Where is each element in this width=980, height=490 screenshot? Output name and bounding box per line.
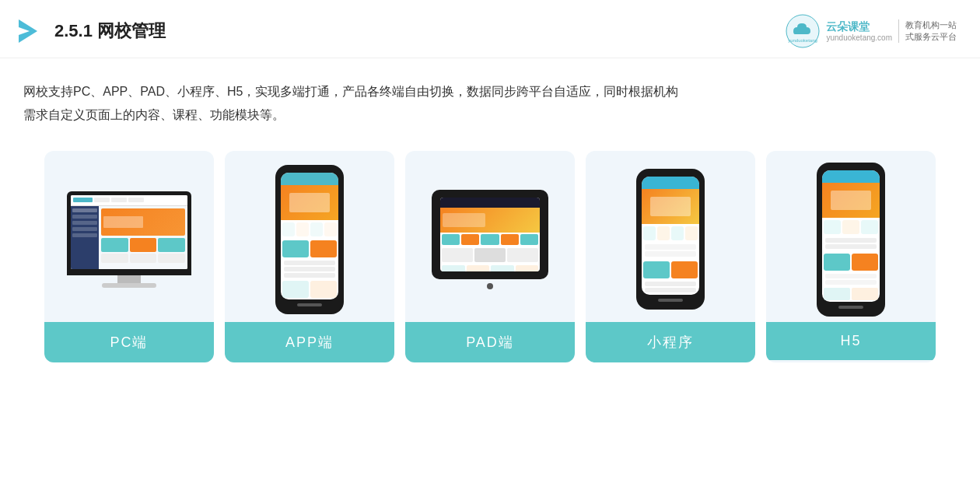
card-label-app: APP端 [225,322,394,362]
card-pad: PAD端 [405,151,575,362]
header: 2.5.1 网校管理 yunduoketang 云朵课堂 yunduoketan… [0,0,980,58]
card-image-pc [44,151,214,322]
svg-marker-0 [19,19,37,43]
brand-domain: yunduoketang.com [826,33,892,42]
brand-slogan: 教育机构一站 式服务云平台 [898,19,957,44]
page-title: 2.5.1 网校管理 [54,19,166,43]
h5-phone-outer [817,163,885,317]
card-image-app [225,151,394,322]
logo-arrow-icon [16,16,45,46]
app-phone-outer [275,165,344,314]
card-label-miniapp: 小程序 [586,322,755,362]
pc-screen-outer [67,191,191,275]
pad-tablet-screen [440,198,540,271]
card-app: APP端 [225,151,394,362]
pc-screen-inner [71,195,187,269]
page-container: 2.5.1 网校管理 yunduoketang 云朵课堂 yunduoketan… [0,0,980,490]
app-phone-screen [281,173,338,299]
card-image-pad [405,151,575,322]
pc-screen-content [71,195,187,269]
h5-phone-screen [822,170,880,302]
card-image-miniapp [586,151,755,322]
description: 网校支持PC、APP、PAD、小程序、H5，实现多端打通，产品各终端自由切换，数… [0,58,980,135]
svg-text:yunduoketang: yunduoketang [789,38,818,43]
card-pc: PC端 [44,151,214,362]
brand-text: 云朵课堂 yunduoketang.com [826,20,892,42]
miniapp-phone-screen [642,177,699,295]
header-left: 2.5.1 网校管理 [16,16,166,46]
description-line1: 网校支持PC、APP、PAD、小程序、H5，实现多端打通，产品各终端自由切换，数… [23,80,957,103]
pc-device [67,191,191,288]
miniapp-phone-outer [636,169,705,310]
card-h5: H5 [766,151,936,362]
card-label-h5: H5 [766,322,936,360]
pad-tablet-device [432,190,548,289]
h5-phone-device [817,163,885,317]
miniapp-phone-device [636,169,705,310]
card-miniapp: 小程序 [586,151,755,362]
card-label-pad: PAD端 [405,322,575,362]
card-image-h5 [766,151,936,322]
brand-name: 云朵课堂 [826,20,870,33]
brand-cloud-icon: yunduoketang [786,14,820,48]
brand-logo: yunduoketang 云朵课堂 yunduoketang.com 教育机构一… [786,14,957,48]
card-label-pc: PC端 [44,322,214,362]
description-line2: 需求自定义页面上的内容、课程、功能模块等。 [23,103,957,127]
app-phone-device [275,165,344,314]
pad-tablet-outer [432,190,548,279]
cards-section: PC端 [0,135,980,362]
